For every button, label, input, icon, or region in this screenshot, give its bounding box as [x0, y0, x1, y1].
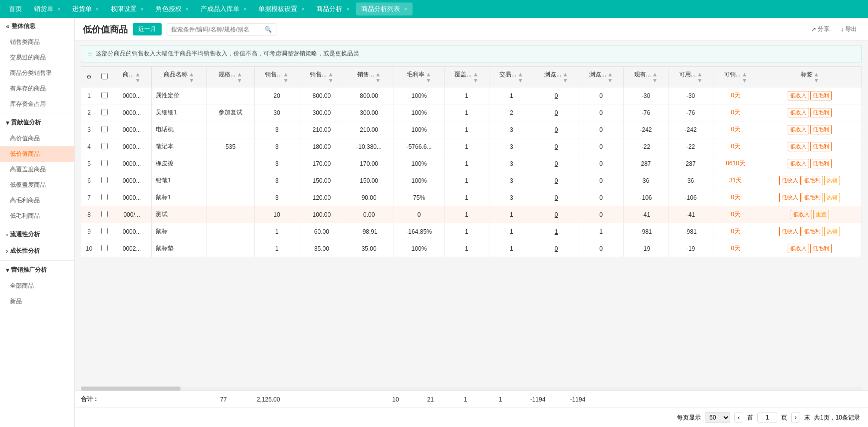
col-name[interactable]: 商品名称▲▼ [152, 67, 207, 87]
sidebar-item-high-margin[interactable]: 高毛利商品 [0, 193, 74, 208]
sidebar-item-stocked-goods[interactable]: 有库存的商品 [0, 81, 74, 96]
row-browse1[interactable]: 0 [534, 121, 579, 138]
select-all-checkbox[interactable] [101, 73, 108, 79]
sidebar-item-new-goods[interactable]: 新品 [0, 294, 74, 309]
browse1-val[interactable]: 0 [555, 92, 558, 99]
sidebar-section-growth[interactable]: › 成长性分析 [0, 243, 74, 259]
row-checkbox[interactable] [97, 223, 112, 240]
page-size-select[interactable]: 50 100 200 [705, 412, 730, 423]
row-select-checkbox[interactable] [101, 143, 108, 149]
col-sellable[interactable]: 可销...▲▼ [713, 67, 758, 87]
share-button[interactable]: ↗ 分享 [808, 23, 833, 35]
row-checkbox[interactable] [97, 104, 112, 121]
row-browse1[interactable]: 0 [534, 87, 579, 104]
browse1-val[interactable]: 1 [555, 228, 558, 235]
nav-role-auth[interactable]: 角色授权 × [151, 2, 194, 15]
browse1-val[interactable]: 0 [555, 160, 558, 167]
sidebar-item-all-goods[interactable]: 全部商品 [0, 278, 74, 294]
row-name[interactable]: 铅笔1 [152, 172, 207, 189]
row-browse1[interactable]: 0 [534, 172, 579, 189]
row-browse1[interactable]: 0 [534, 206, 579, 223]
col-spec[interactable]: 规格...▲▼ [207, 67, 254, 87]
row-browse1[interactable]: 1 [534, 223, 579, 240]
row-name[interactable]: 测试 [152, 206, 207, 223]
close-product-analysis-list-icon[interactable]: × [404, 6, 407, 12]
close-role-auth-icon[interactable]: × [186, 6, 189, 12]
nav-home[interactable]: 首页 [4, 2, 27, 15]
close-product-warehouse-icon[interactable]: × [243, 6, 246, 12]
row-checkbox[interactable] [97, 172, 112, 189]
row-name[interactable]: 笔记本 [152, 138, 207, 155]
close-sales-order-icon[interactable]: × [57, 6, 60, 12]
col-price[interactable]: 销售...▲▼ [299, 67, 344, 87]
row-checkbox[interactable] [97, 121, 112, 138]
sidebar-section-contribution[interactable]: ▾ 贡献值分析 [0, 114, 74, 131]
row-checkbox[interactable] [97, 87, 112, 104]
row-checkbox[interactable] [97, 189, 112, 206]
sidebar-item-low-coverage[interactable]: 低覆盖度商品 [0, 177, 74, 193]
row-browse1[interactable]: 0 [534, 138, 579, 155]
browse1-val[interactable]: 0 [555, 245, 558, 252]
row-browse1[interactable]: 0 [534, 155, 579, 172]
col-browse1[interactable]: 浏览...▲▼ [534, 67, 579, 87]
nav-template-settings[interactable]: 单据模板设置 × [253, 2, 309, 15]
sidebar-item-low-value[interactable]: 低价值商品 [0, 146, 74, 162]
browse1-val[interactable]: 0 [555, 211, 558, 218]
col-browse2[interactable]: 浏览...▲▼ [579, 67, 624, 87]
scroll-thumb[interactable] [81, 387, 181, 391]
col-available[interactable]: 可用...▲▼ [668, 67, 713, 87]
col-amount[interactable]: 销售...▲▼ [344, 67, 394, 87]
search-input[interactable] [171, 26, 262, 33]
col-checkbox[interactable] [97, 67, 112, 87]
nav-permission[interactable]: 权限设置 × [106, 2, 149, 15]
row-browse1[interactable]: 0 [534, 104, 579, 121]
nav-sales-order[interactable]: 销货单 × [29, 2, 65, 15]
row-browse1[interactable]: 0 [534, 189, 579, 206]
sidebar-item-sales-goods[interactable]: 销售类商品 [0, 34, 74, 50]
col-coverage[interactable]: 覆盖...▲▼ [444, 67, 489, 87]
sidebar-section-marketing[interactable]: ▾ 营销推广分析 [0, 262, 74, 278]
col-stock[interactable]: 现有...▲▼ [624, 67, 668, 87]
sidebar-section-overall[interactable]: « 整体信息 [0, 18, 74, 34]
row-select-checkbox[interactable] [101, 245, 108, 251]
row-name[interactable]: 属性定价 [152, 87, 207, 104]
col-gear[interactable]: ⚙ [81, 67, 97, 87]
col-trade[interactable]: 交易...▲▼ [489, 67, 534, 87]
browse1-val[interactable]: 0 [555, 143, 558, 150]
nav-product-analysis-list[interactable]: 商品分析列表 × [356, 2, 412, 15]
horizontal-scrollbar[interactable] [81, 387, 862, 391]
col-code[interactable]: 商...▲▼ [112, 67, 152, 87]
close-product-analysis-icon[interactable]: × [346, 6, 349, 12]
row-select-checkbox[interactable] [101, 177, 108, 183]
row-browse1[interactable]: 0 [534, 240, 579, 257]
row-select-checkbox[interactable] [101, 126, 108, 132]
row-select-checkbox[interactable] [101, 160, 108, 166]
close-permission-icon[interactable]: × [141, 6, 144, 12]
nav-product-warehouse[interactable]: 产成品入库单 × [196, 2, 251, 15]
sidebar-item-low-margin[interactable]: 低毛利商品 [0, 208, 74, 224]
row-name[interactable]: 鼠标1 [152, 189, 207, 206]
gear-icon[interactable]: ⚙ [86, 73, 92, 80]
row-checkbox[interactable] [97, 155, 112, 172]
browse1-val[interactable]: 0 [555, 109, 558, 116]
browse1-val[interactable]: 0 [555, 126, 558, 133]
sidebar-item-high-value[interactable]: 高价值商品 [0, 131, 74, 146]
row-name[interactable]: 电话机 [152, 121, 207, 138]
first-page-button[interactable]: ‹ [734, 413, 743, 423]
table-wrapper[interactable]: ⚙ 商...▲▼ 商品名称▲▼ 规格...▲▼ 销售...▲▼ 销售...▲▼ … [81, 66, 862, 387]
export-button[interactable]: ↓ 导出 [838, 23, 860, 35]
row-name[interactable]: 吴细细1 [152, 104, 207, 121]
browse1-val[interactable]: 0 [555, 177, 558, 184]
sidebar-section-liquidity[interactable]: › 流通性分析 [0, 226, 74, 243]
sidebar-item-stock-capital[interactable]: 库存资金占用 [0, 96, 74, 112]
close-template-settings-icon[interactable]: × [301, 6, 304, 12]
row-checkbox[interactable] [97, 138, 112, 155]
filter-recent-month-button[interactable]: 近一月 [133, 23, 162, 35]
next-page-button[interactable]: › [791, 413, 800, 423]
col-gross-rate[interactable]: 毛利率▲▼ [394, 67, 444, 87]
row-select-checkbox[interactable] [101, 194, 108, 200]
col-tags[interactable]: 标签▲▼ [758, 67, 862, 87]
sidebar-item-high-coverage[interactable]: 高覆盖度商品 [0, 162, 74, 177]
close-purchase-order-icon[interactable]: × [96, 6, 99, 12]
current-page-input[interactable] [757, 413, 777, 423]
